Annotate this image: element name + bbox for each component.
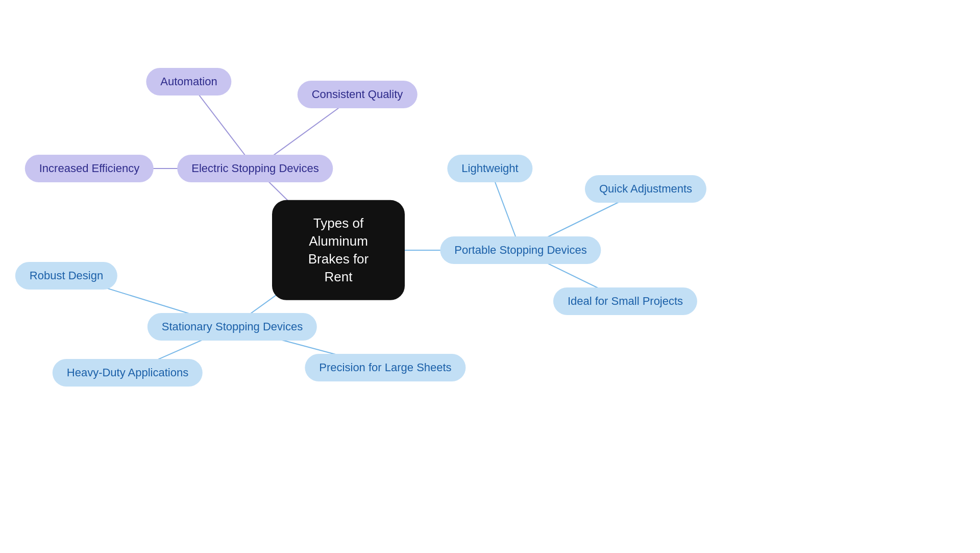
portable-node: Portable Stopping Devices	[440, 236, 601, 264]
increased-efficiency-node: Increased Efficiency	[25, 155, 154, 182]
lightweight-node: Lightweight	[447, 155, 532, 182]
quick-adjustments-node: Quick Adjustments	[585, 175, 706, 203]
consistent-quality-node: Consistent Quality	[298, 81, 418, 108]
center-node: Types of Aluminum Brakes for Rent	[272, 200, 405, 300]
electric-node: Electric Stopping Devices	[177, 155, 333, 182]
ideal-small-node: Ideal for Small Projects	[553, 287, 697, 315]
mind-map: Types of Aluminum Brakes for Rent Electr…	[0, 0, 980, 553]
robust-design-node: Robust Design	[15, 262, 117, 290]
precision-node: Precision for Large Sheets	[305, 354, 465, 381]
stationary-node: Stationary Stopping Devices	[148, 313, 317, 341]
heavy-duty-node: Heavy-Duty Applications	[53, 359, 203, 387]
automation-node: Automation	[146, 68, 231, 95]
